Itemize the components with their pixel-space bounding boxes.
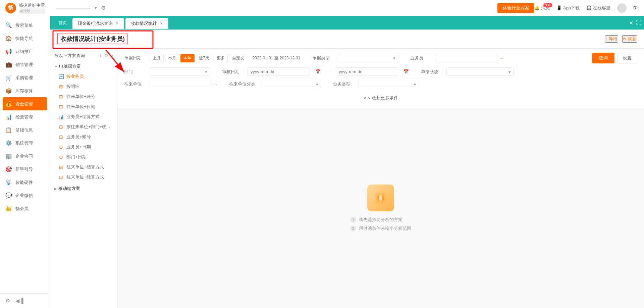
schema-item-salesperson-settle[interactable]: 📊 业务员+结算方式	[50, 112, 117, 122]
bill-type-select[interactable]	[338, 54, 398, 62]
filter-settings-btn[interactable]: 设置	[617, 53, 637, 63]
date-btn-last-month[interactable]: 上月	[150, 54, 164, 62]
salesperson-input[interactable]	[436, 54, 498, 62]
schema-item-unit-date[interactable]: ⊡ 往来单位+日期	[50, 102, 117, 112]
counterpart-more-icon[interactable]: ···	[213, 82, 217, 87]
sidebar-item-search[interactable]: 🔍 搜索菜单	[0, 19, 50, 32]
schema-item-dept-date[interactable]: ⊙ 部门+日期	[50, 152, 117, 162]
logo-text: 畅捷通好生意	[19, 2, 45, 8]
smarthw-icon: 📡	[5, 179, 12, 186]
schema-group-mobile: ▶ 移动端方案	[50, 184, 117, 194]
sidebar-item-operations[interactable]: 📊 经营管理	[0, 110, 50, 123]
sidebar-collapse-btn[interactable]: ◀▐	[15, 298, 23, 304]
close-bank-flow-icon[interactable]: ✕	[115, 21, 119, 26]
unit-account-icon: ⊡	[58, 94, 64, 99]
bill-status-select[interactable]	[446, 67, 514, 76]
export-btn[interactable]: ↑ 导出	[605, 35, 619, 43]
sidebar-item-smarthw[interactable]: 📡 智能硬件	[0, 176, 50, 189]
expand-window-btn[interactable]: ⛶	[636, 20, 641, 26]
add-schema-btn[interactable]: +	[99, 53, 102, 58]
filter-right: 查询 设置	[592, 53, 637, 63]
sidebar-item-wechat[interactable]: 💬 企业微信	[0, 189, 50, 202]
tab-bank-flow[interactable]: 现金银行流水查询 ✕	[72, 18, 124, 29]
review-date-start[interactable]	[248, 67, 310, 76]
trial-btn[interactable]: 体验行业方案	[497, 3, 534, 13]
sidebar-item-marketing[interactable]: 📢 营销推广	[0, 45, 50, 58]
calendar-start-icon[interactable]: 📅	[315, 69, 321, 74]
mobile-expand-arrow-icon: ▶	[54, 187, 57, 191]
sidebar-item-quicknav[interactable]: 🏠 快捷导航	[0, 32, 50, 45]
sidebar-item-purchase[interactable]: 🛒 采购管理	[0, 71, 50, 84]
schema-item-salesperson-date[interactable]: ⊙ 业务员+日期	[50, 142, 117, 152]
inventory-icon: 📦	[5, 88, 12, 94]
schema-group-mobile-header[interactable]: ▶ 移动端方案	[50, 184, 117, 194]
sidebar-settings-btn[interactable]: ⚙	[5, 298, 10, 304]
schema-item-unit-account[interactable]: ⊡ 往来单位+账号	[50, 92, 117, 102]
biz-type-select[interactable]	[359, 80, 419, 88]
date-btn-this-month[interactable]: 本月	[165, 54, 179, 62]
schema-item-unit-settle2[interactable]: ⊡ 往来单位+结算方式	[50, 172, 117, 182]
sidebar-item-newbie[interactable]: 🎯 新手引导	[0, 163, 50, 176]
schema-item-by-detail[interactable]: ⊞ 按明细	[50, 82, 117, 92]
filter-row-3: 往来单位 ··· 往来单位分类 业务类型	[124, 80, 637, 88]
sidebar-item-inventory[interactable]: 📦 库存核算	[0, 84, 50, 97]
bill-type-label: 单据类型	[312, 55, 332, 61]
filter-area: 单据日期 上月 本月 本年 近7天 更多 自定义 2023-01-01 至 20…	[117, 49, 644, 108]
online-service[interactable]: 🎧 在线客服	[586, 5, 610, 11]
salesperson-account-icon: ⊡	[58, 134, 64, 140]
unit-date-icon: ⊡	[58, 104, 64, 109]
schema-settings-btn[interactable]: ⚙	[104, 53, 108, 58]
counterpart-input[interactable]	[150, 80, 212, 88]
sidebar-item-enterprise[interactable]: 🏢 企业协同	[0, 150, 50, 163]
page-title: 收款情况统计(按业务员)	[57, 34, 128, 44]
schema-item-salesperson-account[interactable]: ⊡ 业务员+账号	[50, 132, 117, 142]
calendar-end-icon[interactable]: 📅	[404, 69, 409, 74]
salesperson-date-label: 业务员+日期	[66, 144, 113, 150]
sidebar-item-finance[interactable]: 💰 资金管理	[3, 97, 47, 110]
salesperson-more-icon[interactable]: ···	[499, 56, 503, 61]
top-bar: 畅 畅捷通好生意 标准版 ———————— ▾ ⚙ 体验行业方案 🔔 消息 99…	[0, 0, 644, 16]
query-btn[interactable]: 查询	[592, 53, 614, 63]
close-window-btn[interactable]: ✕	[629, 20, 633, 26]
sidebar-item-basicinfo[interactable]: 📋 基础信息	[0, 123, 50, 137]
close-receipt-stats-icon[interactable]: ✕	[160, 21, 163, 26]
system-icon: ⚙️	[5, 140, 12, 146]
refresh-btn[interactable]: ↻ 刷新	[622, 35, 637, 43]
refresh-label: 刷新	[628, 36, 637, 42]
schema-group-mobile-label: 移动端方案	[58, 186, 80, 192]
schema-item-by-salesperson[interactable]: 🔄 按业务员	[50, 71, 117, 82]
date-btn-this-year[interactable]: 本年	[180, 54, 195, 62]
biz-type-label: 业务类型	[333, 81, 353, 87]
schema-group-desktop-header[interactable]: ▼ 电脑端方案	[50, 61, 117, 71]
schema-item-unit-settle1[interactable]: ⊞ 往来单位+结算方式	[50, 162, 117, 172]
tab-home[interactable]: 首页	[53, 16, 72, 30]
date-btn-more[interactable]: 更多	[214, 54, 228, 62]
collapse-more[interactable]: ∧∧ 收起更多条件	[124, 92, 637, 104]
filter-row-1: 单据日期 上月 本月 本年 近7天 更多 自定义 2023-01-01 至 20…	[124, 53, 637, 63]
sidebar-item-system[interactable]: ⚙️ 系统管理	[0, 137, 50, 150]
content-area: 按以下方案查询 + ⚙ « ▼ 电脑端方案 🔄 按业务员 ⊞	[50, 49, 644, 308]
unit-account-label: 往来单位+账号	[66, 94, 113, 100]
sidebar-item-sales[interactable]: 💼 销售管理	[0, 58, 50, 71]
date-btn-last7[interactable]: 近7天	[196, 54, 212, 62]
schema-item-unit-dept-collect[interactable]: ⊡ 按往来单位+部门+收...	[50, 122, 117, 132]
review-date-end[interactable]	[336, 67, 398, 76]
sidebar-label-purchase: 采购管理	[15, 75, 33, 81]
counterpart-type-select[interactable]	[261, 80, 321, 88]
collapse-panel-btn[interactable]: «	[110, 53, 113, 58]
dropdown-icon[interactable]: ▾	[95, 5, 97, 10]
app-download[interactable]: 📱 App下载	[556, 5, 580, 11]
tab-receipt-stats[interactable]: 收款情况统计 ✕	[125, 18, 168, 29]
sidebar-label-system: 系统管理	[15, 140, 33, 146]
home-icon: 🏠	[5, 35, 12, 42]
unit-settle2-icon: ⊡	[58, 174, 64, 180]
settings-icon[interactable]: ⚙	[101, 5, 106, 11]
bill-status-label: 单据状态	[421, 69, 441, 75]
messages-badge: 99+	[543, 3, 552, 7]
empty-step-2-label: 用过滤条件来缩小分析范围	[359, 225, 411, 232]
dept-select[interactable]	[150, 67, 210, 76]
date-btn-custom[interactable]: 自定义	[229, 54, 247, 62]
salesperson-date-icon: ⊙	[58, 144, 64, 150]
messages-area[interactable]: 🔔 消息 99+	[534, 5, 550, 11]
sidebar-item-member[interactable]: 👑 畅会员	[0, 202, 50, 215]
